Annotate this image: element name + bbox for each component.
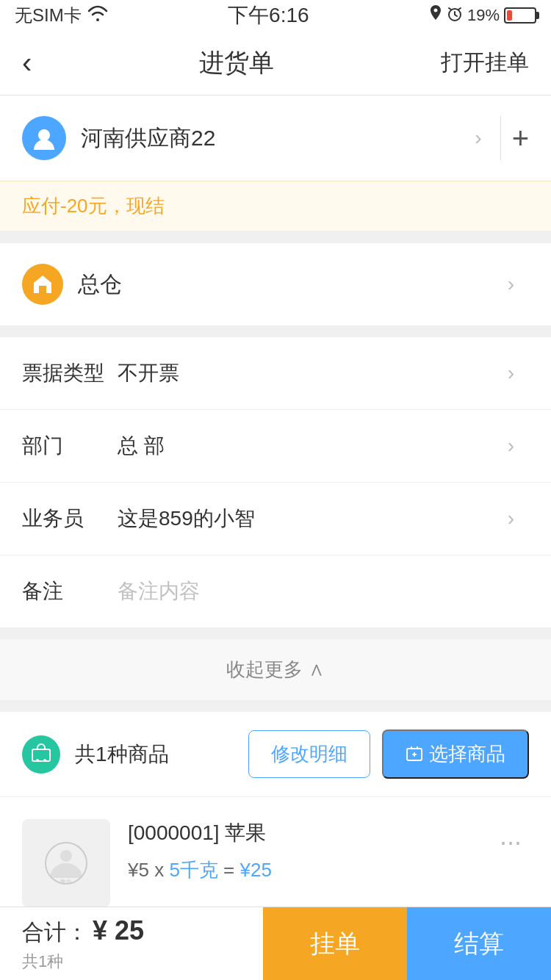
svg-point-1 [38,129,50,141]
products-header: 共1种商品 修改明细 选择商品 [0,712,551,797]
invoice-type-label: 票据类型 [22,359,118,387]
invoice-type-row[interactable]: 票据类型 不开票 › [0,337,551,410]
status-bar-right: 19% [429,5,536,26]
warehouse-name: 总仓 [78,270,508,300]
supplier-chevron-icon: › [475,126,481,150]
quantity-value: 5千克 [169,859,217,881]
invoice-type-chevron-icon: › [508,361,514,385]
vertical-divider [500,116,501,160]
home-icon [31,273,54,296]
warehouse-row[interactable]: 总仓 › [0,242,551,325]
open-pending-button[interactable]: 打开挂单 [441,48,529,78]
bottom-bar: 合计： ¥ 25 共1种 挂单 结算 [0,907,551,980]
collapse-label: 收起更多 ∧ [226,658,324,680]
svg-point-4 [36,759,39,762]
svg-point-8 [60,850,72,862]
product-more-button[interactable]: ··· [492,826,529,857]
edit-detail-button[interactable]: 修改明细 [248,730,370,778]
main-content: 河南供应商22 › + 应付-20元，现结 总仓 › 票据类型 不开票 › [0,96,551,980]
total-main: 合计： ¥ 25 [22,915,241,948]
hold-button[interactable]: 挂单 [263,907,407,980]
supplier-name: 河南供应商22 [81,123,475,154]
collapse-row[interactable]: 收起更多 ∧ [0,639,551,700]
unit-price: ¥5 x [128,859,169,881]
total-label: 合计： [22,918,88,948]
warehouse-chevron-icon: › [508,273,514,296]
remark-label: 备注 [22,577,118,605]
location-icon [429,5,442,26]
select-product-icon [406,746,423,763]
products-count-label: 共1种商品 [75,741,248,768]
products-icon [22,735,60,774]
salesperson-row[interactable]: 业务员 这是859的小智 › [0,483,551,555]
salesperson-chevron-icon: › [508,507,514,530]
settle-button[interactable]: 结算 [407,907,551,980]
alarm-icon [447,5,463,26]
total-price: ¥25 [240,859,272,881]
add-supplier-button[interactable]: + [512,122,529,155]
info-banner: 应付-20元，现结 [0,181,551,231]
select-product-label: 选择商品 [429,741,505,767]
products-section: 共1种商品 修改明细 选择商品 鲁牛 [0,712,551,930]
svg-rect-3 [32,749,50,761]
bottom-total: 合计： ¥ 25 共1种 [0,915,263,973]
svg-text:鲁牛: 鲁牛 [60,879,72,885]
back-button[interactable]: ‹ [22,46,32,79]
supplier-section: 河南供应商22 › + 应付-20元，现结 [0,96,551,231]
status-bar-left: 无SIM卡 [15,4,108,27]
department-row[interactable]: 部门 总 部 › [0,410,551,483]
carrier-label: 无SIM卡 [15,4,82,27]
equals-sign: = [223,859,240,881]
page-title: 进货单 [199,46,274,80]
svg-rect-2 [39,286,46,293]
department-value: 总 部 [118,432,508,460]
product-price-row: ¥5 x 5千克 = ¥25 [128,857,492,883]
warehouse-icon [22,264,63,305]
nav-bar: ‹ 进货单 打开挂单 [0,31,551,96]
select-product-button[interactable]: 选择商品 [382,729,529,779]
cart-icon [30,743,52,765]
battery-icon [504,7,536,24]
form-section: 票据类型 不开票 › 部门 总 部 › 业务员 这是859的小智 › 备注 备注… [0,337,551,627]
user-icon [31,125,57,151]
battery-percentage: 19% [467,6,500,25]
info-text: 应付-20元，现结 [22,195,165,217]
remark-placeholder: 备注内容 [118,577,529,605]
product-placeholder-icon: 鲁牛 [43,840,90,887]
product-code: [0000001] [128,821,225,844]
product-thumbnail: 鲁牛 [22,819,110,907]
wifi-icon [87,5,108,26]
salesperson-label: 业务员 [22,505,118,533]
invoice-type-value: 不开票 [118,359,508,387]
department-label: 部门 [22,432,118,460]
department-chevron-icon: › [508,434,514,458]
supplier-row[interactable]: 河南供应商22 › + [0,96,551,181]
status-bar: 无SIM卡 下午6:16 19% [0,0,551,31]
total-sub-label: 共1种 [22,951,241,973]
total-amount: ¥ 25 [93,915,144,946]
svg-point-5 [43,759,46,762]
supplier-avatar [22,116,66,160]
product-title: 苹果 [225,821,266,844]
warehouse-section: 总仓 › [0,242,551,325]
salesperson-value: 这是859的小智 [118,505,508,533]
status-bar-time: 下午6:16 [228,1,309,29]
product-info: [0000001] 苹果 ¥5 x 5千克 = ¥25 [128,819,492,883]
product-name: [0000001] 苹果 [128,819,492,847]
remark-row[interactable]: 备注 备注内容 [0,555,551,627]
